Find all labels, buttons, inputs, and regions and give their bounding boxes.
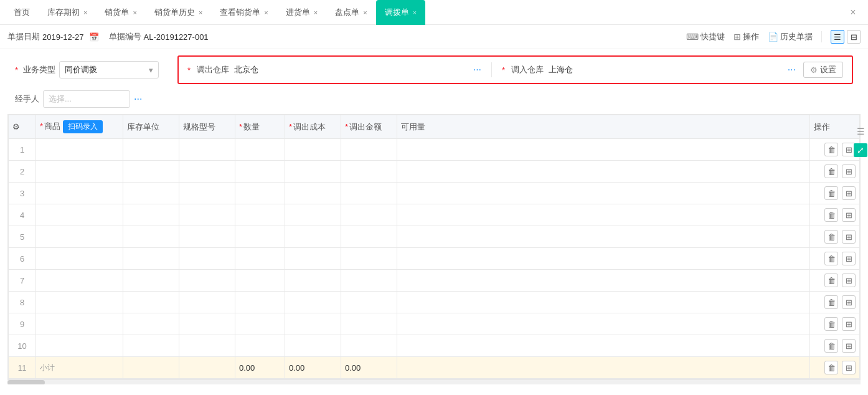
shortcut-action[interactable]: ⌨ 快捷键 — [686, 31, 725, 42]
unit-cell[interactable] — [123, 292, 179, 313]
cost-cell[interactable] — [285, 292, 341, 313]
delete-row-button[interactable]: 🗑 — [824, 317, 838, 331]
view-list-icon[interactable]: ☰ — [831, 30, 844, 44]
tab-close-transfer[interactable]: × — [413, 9, 417, 16]
tab-close-sales-order[interactable]: × — [133, 9, 136, 16]
spec-cell[interactable] — [179, 292, 235, 313]
cost-cell[interactable] — [285, 270, 341, 292]
qty-cell[interactable] — [235, 248, 285, 270]
spec-cell[interactable] — [179, 335, 235, 357]
amount-cell[interactable] — [341, 161, 397, 183]
barcode-scan-button[interactable]: 扫码录入 — [63, 120, 103, 133]
qty-cell[interactable] — [235, 313, 285, 335]
out-warehouse-more-icon[interactable]: ··· — [473, 65, 481, 75]
out-warehouse-value[interactable]: 北京仓 — [234, 64, 258, 75]
qty-cell[interactable] — [235, 292, 285, 313]
tab-sales-order[interactable]: 销货单 × — [96, 0, 145, 25]
amount-cell[interactable] — [341, 204, 397, 226]
cost-cell[interactable] — [285, 226, 341, 248]
product-cell[interactable] — [36, 335, 123, 357]
handler-select[interactable]: 选择... — [43, 90, 130, 108]
tab-close-check-sales[interactable]: × — [264, 9, 268, 16]
unit-cell[interactable] — [123, 204, 179, 226]
product-cell[interactable] — [36, 313, 123, 335]
cost-cell[interactable] — [285, 204, 341, 226]
delete-row-button[interactable]: 🗑 — [824, 252, 838, 265]
tab-purchase-order[interactable]: 进货单 × — [277, 0, 326, 25]
unit-cell[interactable] — [123, 270, 179, 292]
tab-close-sales-history[interactable]: × — [199, 9, 202, 16]
qty-cell[interactable] — [235, 183, 285, 204]
unit-cell[interactable] — [123, 335, 179, 357]
warehouse-settings-button[interactable]: ⚙ 设置 — [803, 62, 843, 78]
delete-row-button[interactable]: 🗑 — [824, 339, 838, 353]
amount-cell[interactable] — [341, 313, 397, 335]
spec-cell[interactable] — [179, 270, 235, 292]
unit-cell[interactable] — [123, 226, 179, 248]
amount-cell[interactable] — [341, 183, 397, 204]
unit-cell[interactable] — [123, 313, 179, 335]
delete-row-button[interactable]: 🗑 — [824, 274, 838, 287]
in-warehouse-more-icon[interactable]: ··· — [788, 65, 796, 75]
product-cell[interactable] — [36, 183, 123, 204]
operation-action[interactable]: ⊞ 操作 — [734, 31, 759, 42]
unit-cell[interactable] — [123, 248, 179, 270]
tab-check-sales[interactable]: 查看销货单 × — [211, 0, 276, 25]
delete-row-button[interactable]: 🗑 — [824, 208, 838, 222]
delete-row-button[interactable]: 🗑 — [824, 230, 838, 244]
history-action[interactable]: 📄 历史单据 — [768, 31, 813, 42]
qty-cell[interactable] — [235, 204, 285, 226]
handler-more-icon[interactable]: ··· — [134, 94, 142, 104]
qty-cell[interactable] — [235, 226, 285, 248]
sidebar-expand-icon[interactable]: ⤢ — [854, 143, 867, 157]
product-cell[interactable] — [36, 292, 123, 313]
delete-row-button[interactable]: 🗑 — [824, 295, 838, 309]
horizontal-scrollbar[interactable] — [7, 379, 861, 384]
tab-stock-init[interactable]: 库存期初 × — [39, 0, 96, 25]
spec-cell[interactable] — [179, 139, 235, 161]
scrollbar-thumb[interactable] — [7, 380, 45, 384]
sidebar-list-icon[interactable]: ☰ — [854, 125, 867, 138]
cost-cell[interactable] — [285, 161, 341, 183]
col-settings[interactable]: ⚙ — [9, 115, 36, 139]
product-cell[interactable] — [36, 139, 123, 161]
product-cell[interactable] — [36, 248, 123, 270]
date-value[interactable]: 2019-12-27 — [42, 32, 84, 42]
unit-cell[interactable] — [123, 139, 179, 161]
spec-cell[interactable] — [179, 248, 235, 270]
cost-cell[interactable] — [285, 335, 341, 357]
tab-close-stock-init[interactable]: × — [83, 9, 87, 16]
product-cell[interactable] — [36, 226, 123, 248]
cost-cell[interactable] — [285, 183, 341, 204]
product-cell[interactable] — [36, 270, 123, 292]
qty-cell[interactable] — [235, 139, 285, 161]
amount-cell[interactable] — [341, 270, 397, 292]
spec-cell[interactable] — [179, 161, 235, 183]
amount-cell[interactable] — [341, 292, 397, 313]
qty-cell[interactable] — [235, 270, 285, 292]
product-cell[interactable] — [36, 204, 123, 226]
tab-transfer[interactable]: 调拨单 × — [376, 0, 425, 25]
tab-sales-history[interactable]: 销货单历史 × — [146, 0, 211, 25]
in-warehouse-value[interactable]: 上海仓 — [549, 64, 573, 75]
tab-close-inventory[interactable]: × — [363, 9, 367, 16]
amount-cell[interactable] — [341, 335, 397, 357]
amount-cell[interactable] — [341, 139, 397, 161]
amount-cell[interactable] — [341, 226, 397, 248]
biz-type-select[interactable]: 同价调拨 ▾ — [59, 61, 159, 79]
cost-cell[interactable] — [285, 248, 341, 270]
tab-close-purchase-order[interactable]: × — [314, 9, 318, 16]
unit-cell[interactable] — [123, 161, 179, 183]
settings-gear-icon[interactable]: ⚙ — [12, 122, 20, 131]
delete-row-button[interactable]: 🗑 — [824, 164, 838, 178]
unit-cell[interactable] — [123, 183, 179, 204]
tab-inventory[interactable]: 盘点单 × — [326, 0, 375, 25]
qty-cell[interactable] — [235, 161, 285, 183]
tab-home[interactable]: 首页 — [5, 0, 39, 25]
calendar-icon[interactable]: 📅 — [89, 32, 99, 42]
amount-cell[interactable] — [341, 248, 397, 270]
spec-cell[interactable] — [179, 204, 235, 226]
delete-row-button[interactable]: 🗑 — [824, 143, 838, 156]
qty-cell[interactable] — [235, 335, 285, 357]
spec-cell[interactable] — [179, 313, 235, 335]
